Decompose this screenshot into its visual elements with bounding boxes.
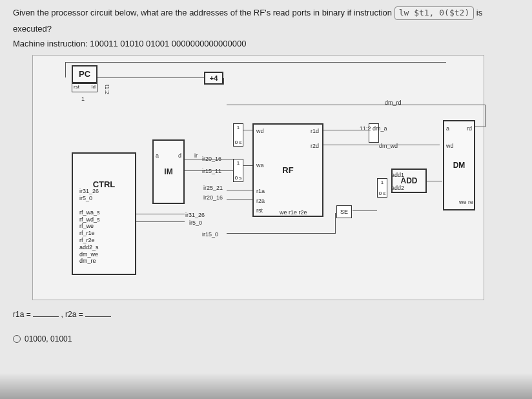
rf-r1a: r1a <box>256 188 265 194</box>
processor-diagram: PC rst ld 1 t1:2 +4 CTRL ir31_26 ir5_0 r… <box>32 55 484 300</box>
add2-lbl: add2 <box>391 185 404 191</box>
dm-rd: rd <box>467 125 472 132</box>
im-ir: ir <box>194 152 198 159</box>
im-block: IM <box>152 139 185 204</box>
t12-label: t1:2 <box>104 85 110 94</box>
sig-0: rf_wa_s <box>79 209 100 216</box>
option-1[interactable]: 01000, 01001 <box>13 334 519 343</box>
dm-wd: wd <box>446 143 454 149</box>
instruction-code: lw $t1, 0($t2) <box>394 6 475 20</box>
pc-rst: rst <box>74 84 79 92</box>
mux-add2: 1 0 s <box>377 178 387 198</box>
ctrl-signals: rf_wa_s rf_wd_s rf_we rf_r1e rf_r2e add2… <box>79 198 100 265</box>
answer-row: r1a = , r2a = <box>13 309 519 319</box>
mux3-0s: 0 s <box>379 190 386 196</box>
plus4-block: +4 <box>204 72 223 85</box>
radio-icon[interactable] <box>13 335 21 343</box>
mux-wd: 1 0 s <box>233 123 243 147</box>
machine-label: Machine instruction: <box>13 39 90 48</box>
sig-3: rf_r1e <box>79 230 100 237</box>
r1a-blank <box>33 309 59 317</box>
machine-bits: 100011 01010 01001 0000000000000000 <box>90 39 246 48</box>
mux1-1: 1 <box>237 125 240 130</box>
r2a-mid: , r2a = <box>61 310 83 319</box>
sig-7: dm_re <box>79 258 100 265</box>
question-line2: executed? <box>13 24 519 35</box>
rf-r2a: r2a <box>256 198 265 204</box>
r2a-blank <box>85 309 111 317</box>
ctrl-ir31-26: ir31_26 <box>79 188 99 194</box>
mux2-1: 1 <box>237 160 240 166</box>
pc-ports: rst ld <box>72 83 97 92</box>
rf-we-sig: we r1e r2e <box>280 209 307 216</box>
mux2-0s: 0 s <box>235 175 242 181</box>
sig-6: dm_we <box>79 251 100 258</box>
se-block: SE <box>336 205 352 218</box>
add1-lbl: add1 <box>391 172 404 178</box>
w-ir25-21: ir25_21 <box>203 185 223 191</box>
w-ir20-16-b: ir20_16 <box>203 194 223 201</box>
dm-wd-mid: dm_wd <box>379 143 398 149</box>
rf-rst: rst <box>256 207 263 214</box>
im-d: d <box>178 152 181 159</box>
dm-block: DM <box>443 120 475 210</box>
mux-wa: 1 0 s <box>233 159 243 182</box>
r1a-prefix: r1a = <box>13 310 31 319</box>
rf-wd: wd <box>256 128 264 134</box>
mux1-0s: 0 s <box>235 139 242 145</box>
w-ir31-26: ir31_26 <box>185 212 205 218</box>
stem-prefix: Given the processor circuit below, what … <box>13 8 394 17</box>
sig-1: rf_wd_s <box>79 216 100 223</box>
option-1-label: 01000, 01001 <box>25 334 72 343</box>
mux3-1: 1 <box>381 179 384 185</box>
sig-2: rf_we <box>79 223 100 230</box>
pc-block: PC <box>72 65 97 83</box>
im-a: a <box>156 152 159 159</box>
shadow <box>0 373 532 399</box>
machine-instruction: Machine instruction: 100011 01010 01001 … <box>13 39 519 48</box>
w-ir5-0: ir5_0 <box>189 220 202 226</box>
pc-ld: ld <box>92 84 96 92</box>
dm-a-top: 11:2 dm_a <box>360 125 387 132</box>
stem-suffix: is <box>476 8 482 17</box>
dm-a: a <box>446 125 449 132</box>
sig-4: rf_r2e <box>79 237 100 244</box>
w-ir15-11: ir15_11 <box>202 168 221 174</box>
question-stem: Given the processor circuit below, what … <box>13 6 519 20</box>
pc-one: 1 <box>81 96 85 102</box>
w-ir15-0: ir15_0 <box>202 231 218 238</box>
rf-r1d: r1d <box>311 128 319 134</box>
rf-r2d: r2d <box>311 143 319 149</box>
sig-5: add2_s <box>79 244 100 251</box>
rf-wa: wa <box>256 162 264 169</box>
dm-were: we re <box>459 199 473 205</box>
